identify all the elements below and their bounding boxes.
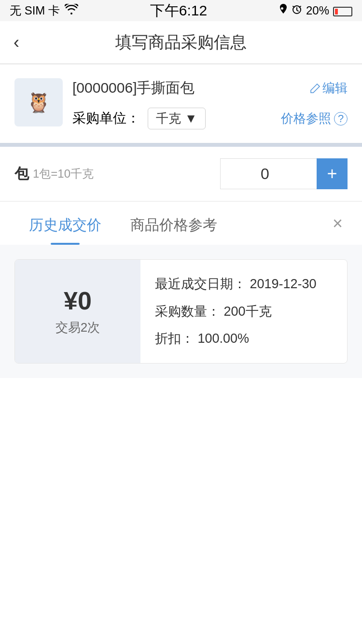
price-number: 0: [78, 287, 92, 315]
product-header: 🦉 [0000006]手撕面包 编辑 采购单位： 千克 ▼: [14, 78, 348, 129]
product-name: [0000006]手撕面包: [72, 78, 195, 98]
unit-conversion: 1包=10千克: [33, 166, 94, 182]
battery-percentage: 20%: [306, 4, 329, 17]
edit-label: 编辑: [322, 80, 348, 97]
alarm-icon: [292, 4, 302, 17]
status-bar: 无 SIM 卡 下午6:12 20%: [0, 0, 362, 21]
status-left: 无 SIM 卡: [10, 3, 78, 18]
discount-row: 折扣： 100.00%: [155, 329, 333, 349]
nav-bar: ‹ 填写商品采购信息: [0, 21, 362, 64]
history-price-value: ¥0: [64, 286, 92, 315]
tab-close-button[interactable]: ×: [328, 204, 348, 243]
price-ref-help-icon: ?: [334, 112, 348, 126]
history-details: 最近成交日期： 2019-12-30 采购数量： 200千克 折扣： 100.0…: [140, 260, 347, 363]
recent-date-value: 2019-12-30: [250, 277, 317, 291]
purchase-quantity-label: 采购数量：: [155, 304, 220, 319]
location-icon: [279, 4, 288, 17]
product-thumbnail: 🦉: [14, 78, 63, 126]
tab-price-reference[interactable]: 商品价格参考: [116, 202, 232, 245]
history-content: ¥0 交易2次 最近成交日期： 2019-12-30 采购数量： 200千克 折…: [0, 245, 362, 378]
unit-value: 千克: [156, 110, 181, 127]
unit-label: 采购单位：: [72, 111, 140, 126]
page-title: 填写商品采购信息: [115, 31, 247, 54]
purchase-quantity-value: 200千克: [224, 304, 272, 319]
discount-label: 折扣：: [155, 331, 194, 346]
price-reference-button[interactable]: 价格参照 ?: [281, 110, 348, 127]
status-time: 下午6:12: [150, 1, 207, 21]
wifi-icon: [65, 4, 78, 17]
history-price-summary: ¥0 交易2次: [15, 260, 140, 363]
unit-label-group: 采购单位： 千克 ▼: [72, 108, 206, 129]
currency-symbol: ¥: [64, 287, 78, 315]
history-card: ¥0 交易2次 最近成交日期： 2019-12-30 采购数量： 200千克 折…: [14, 259, 348, 364]
history-times: 交易2次: [56, 319, 100, 336]
unit-row: 采购单位： 千克 ▼ 价格参照 ?: [72, 108, 348, 129]
quantity-input[interactable]: [220, 158, 317, 189]
product-info: [0000006]手撕面包 编辑 采购单位： 千克 ▼ 价格参照 ?: [72, 78, 348, 129]
tab-header: 历史成交价 商品价格参考 ×: [0, 202, 362, 245]
section-divider: [0, 143, 362, 147]
quantity-input-wrapper: +: [103, 158, 348, 189]
product-card: 🦉 [0000006]手撕面包 编辑 采购单位： 千克 ▼: [0, 65, 362, 143]
carrier-text: 无 SIM 卡: [10, 3, 60, 18]
unit-select[interactable]: 千克 ▼: [148, 108, 206, 129]
quantity-plus-button[interactable]: +: [317, 158, 348, 189]
discount-value: 100.00%: [198, 331, 250, 346]
recent-date-label: 最近成交日期：: [155, 277, 246, 291]
status-right: 20%: [279, 4, 352, 17]
quantity-row: 包 1包=10千克 +: [0, 147, 362, 201]
battery-icon: [333, 4, 352, 17]
price-ref-label: 价格参照: [281, 110, 331, 127]
product-name-row: [0000006]手撕面包 编辑: [72, 78, 348, 98]
tab-panel: 历史成交价 商品价格参考 × ¥0 交易2次 最近成交日期： 2019-12-3…: [0, 202, 362, 378]
recent-date-row: 最近成交日期： 2019-12-30: [155, 274, 333, 294]
quantity-unit: 包: [14, 164, 29, 184]
tab-history-price[interactable]: 历史成交价: [14, 202, 116, 245]
unit-dropdown-icon: ▼: [185, 111, 197, 126]
edit-button[interactable]: 编辑: [310, 80, 348, 97]
tab-history-label: 历史成交价: [29, 217, 101, 233]
product-image-icon: 🦉: [27, 91, 51, 114]
tab-price-ref-label: 商品价格参考: [130, 217, 217, 233]
page-bottom: [0, 378, 362, 644]
back-button[interactable]: ‹: [14, 32, 19, 53]
purchase-quantity-row: 采购数量： 200千克: [155, 302, 333, 322]
quantity-unit-group: 包 1包=10千克: [14, 164, 94, 184]
